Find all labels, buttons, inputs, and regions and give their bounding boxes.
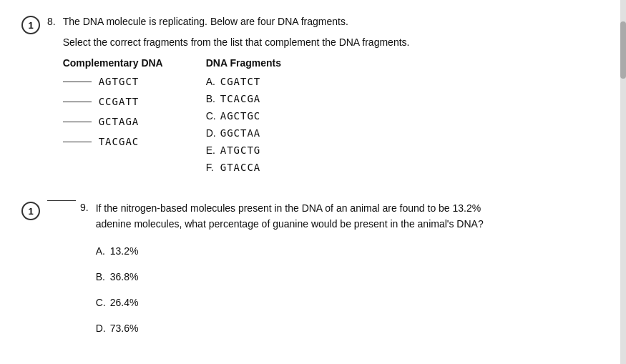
blank-3[interactable] [63,122,92,122]
q9-blank[interactable] [47,200,76,201]
dna-seq-3: GCTAGA [99,116,140,127]
frag-letter-c: C. [206,110,220,122]
dna-seq-2: CCGATT [99,96,140,107]
frag-row-d: D. GGCTAA [206,127,281,139]
frag-letter-b: B. [206,93,220,104]
q9-circle-num: 1 [28,206,33,217]
dna-seq-1: AGTGCT [99,76,140,87]
fragments-col: DNA Fragments A. CGATCT B. TCACGA C. AGC… [206,57,281,179]
question-8-block: 1 8. The DNA molecule is replicating. Be… [21,14,605,179]
col1-header: Complementary DNA [63,57,163,69]
scrollbar[interactable] [620,0,626,364]
dna-row-3: GCTAGA [63,116,163,127]
q9-circle: 1 [21,202,40,220]
q8-circle: 1 [21,16,40,34]
q9-number: 9. [80,200,89,213]
dna-row-1: AGTGCT [63,76,163,87]
q9-choices: A. 13.2% B. 36.8% C. 26.4% D. 73.6% [96,241,605,338]
blank-1[interactable] [63,82,92,82]
question-9-block: 1 9. If the nitrogen-based molecules pre… [21,200,605,344]
frag-seq-a: CGATCT [220,76,261,87]
q9-value-c: 26.4% [110,292,139,313]
q8-columns: Complementary DNA AGTGCT CCGATT GCTAGA T… [63,57,605,179]
q9-label-b: B. [96,267,110,287]
q9-label-d: D. [96,318,110,338]
frag-seq-c: AGCTGC [220,110,261,122]
frag-letter-e: E. [206,144,220,156]
frag-seq-d: GGCTAA [220,127,261,139]
frag-seq-e: ATGCTG [220,144,261,156]
frag-letter-d: D. [206,127,220,139]
dna-row-4: TACGAC [63,136,163,147]
q9-choice-c: C. 26.4% [96,292,605,313]
blank-2[interactable] [63,102,92,102]
q9-choice-d: D. 73.6% [96,318,605,338]
dna-row-2: CCGATT [63,96,163,107]
frag-row-a: A. CGATCT [206,76,281,87]
frag-seq-f: GTACCA [220,162,261,173]
q8-content: The DNA molecule is replicating. Below a… [63,14,605,179]
frag-seq-b: TCACGA [220,93,261,104]
q9-content: If the nitrogen-based molecules present … [96,200,605,344]
frag-letter-f: F. [206,162,220,173]
blank-4[interactable] [63,142,92,142]
frag-row-e: E. ATGCTG [206,144,281,156]
q9-value-a: 13.2% [110,241,139,261]
dna-seq-4: TACGAC [99,136,140,147]
scrollbar-thumb[interactable] [620,21,626,79]
frag-row-b: B. TCACGA [206,93,281,104]
frag-row-c: C. AGCTGC [206,110,281,122]
col2-header: DNA Fragments [206,57,281,69]
q8-instruction1: The DNA molecule is replicating. Below a… [63,14,605,29]
q9-text: If the nitrogen-based molecules present … [96,200,497,232]
comp-dna-col: Complementary DNA AGTGCT CCGATT GCTAGA T… [63,57,163,179]
frag-row-f: F. GTACCA [206,162,281,173]
q8-number: 8. [47,14,56,27]
q9-choice-b: B. 36.8% [96,267,605,287]
q9-label-a: A. [96,241,110,261]
q8-circle-num: 1 [28,20,33,31]
q9-value-b: 36.8% [110,267,139,287]
q9-value-d: 73.6% [110,318,139,338]
q9-choice-a: A. 13.2% [96,241,605,261]
q9-label-c: C. [96,292,110,313]
frag-letter-a: A. [206,76,220,87]
q8-instruction2: Select the correct fragments from the li… [63,35,605,50]
